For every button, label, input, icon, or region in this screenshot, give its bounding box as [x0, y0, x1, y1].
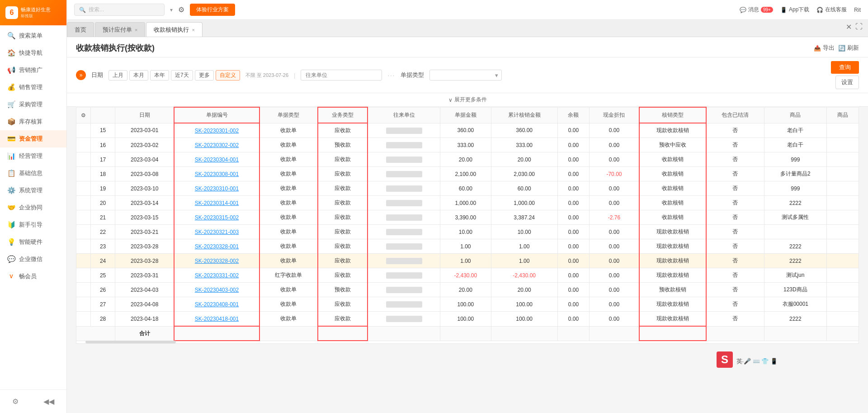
sidebar-item-hardware[interactable]: 💡 智能硬件 — [0, 233, 66, 251]
th-date[interactable]: 日期 — [115, 107, 175, 123]
cell-cancel-type: 收款核销 — [639, 152, 706, 167]
th-amount[interactable]: 单据金额 — [440, 107, 491, 123]
cell-doc-no[interactable]: SK-20230418-001 — [174, 312, 259, 327]
collapse-btn[interactable]: ◀◀ — [40, 394, 58, 409]
tab-expand-btn[interactable]: ⛶ — [855, 23, 863, 31]
msg-item[interactable]: 💬 消息 99+ — [740, 6, 773, 14]
footer-settled — [706, 326, 764, 341]
filter-custom-date[interactable]: 自定义 — [216, 70, 240, 81]
cell-doc-type: 收款单 — [259, 254, 318, 268]
cell-checkbox — [76, 152, 91, 167]
table-row: 152023-03-01SK-20230301-002收款单应收款360.003… — [76, 123, 859, 138]
filter-7days[interactable]: 近7天 — [171, 70, 193, 81]
th-goods[interactable]: 商品 — [764, 107, 826, 123]
horizontal-scrollbar[interactable] — [76, 341, 859, 344]
filter-this-month[interactable]: 本月 — [129, 70, 148, 81]
filter-last-month[interactable]: 上月 — [108, 70, 127, 81]
cell-checkbox — [76, 239, 91, 254]
cell-cancel-type: 收款核销 — [639, 210, 706, 225]
sidebar-item-member[interactable]: V 畅会员 — [0, 268, 66, 285]
filter-more-date[interactable]: 更多 — [195, 70, 214, 81]
filter-toggle-btn[interactable]: » — [76, 70, 86, 80]
tab-prepay[interactable]: 预计应付单 × — [95, 22, 145, 37]
sidebar-item-enterprise[interactable]: 🤝 企业协同 — [0, 199, 66, 216]
th-balance[interactable]: 余额 — [557, 107, 590, 123]
th-doc-no[interactable]: 单据编号 — [174, 107, 259, 123]
query-btn[interactable]: 查询 — [831, 61, 859, 74]
page-header-actions: 📤 导出 🔄 刷新 — [814, 44, 859, 52]
cell-biz-type: 应收款 — [318, 297, 368, 312]
service-item[interactable]: 🎧 在线客服 — [816, 6, 847, 14]
cell-doc-no[interactable]: SK-20230328-001 — [174, 239, 259, 254]
th-doc-type[interactable]: 单据类型 — [259, 107, 318, 123]
sidebar-item-guide[interactable]: 🔰 新手引导 — [0, 216, 66, 233]
cell-goods: 老白干 — [764, 138, 826, 152]
sidebar-item-purchase[interactable]: 🛒 采购管理 — [0, 96, 66, 113]
user-area[interactable]: Rit — [854, 7, 861, 13]
tab-collection[interactable]: 收款核销执行 × — [146, 22, 202, 37]
cell-doc-no[interactable]: SK-20230321-003 — [174, 225, 259, 239]
export-btn[interactable]: 📤 导出 — [814, 44, 835, 52]
cell-goods: 2222 — [764, 196, 826, 210]
topbar-dropdown-arrow[interactable]: ▾ — [170, 7, 173, 13]
th-counterpart[interactable]: 往来单位 — [368, 107, 440, 123]
filter-this-year[interactable]: 本年 — [150, 70, 169, 81]
solution-btn[interactable]: 体验行业方案 — [190, 4, 235, 16]
topbar-search[interactable]: 🔍 搜索... — [74, 4, 165, 16]
th-accumulated[interactable]: 累计核销金额 — [491, 107, 557, 123]
th-biz-type[interactable]: 业务类型 — [318, 107, 368, 123]
filter-doctype-select[interactable] — [429, 70, 502, 81]
sidebar-item-basic[interactable]: 📋 基础信息 — [0, 165, 66, 182]
cell-date: 2023-03-31 — [115, 268, 175, 283]
th-cancel-type[interactable]: 核销类型 — [639, 107, 706, 123]
counterpart-input[interactable] — [301, 70, 382, 81]
cell-amount: 60.00 — [440, 181, 491, 196]
cell-doc-no[interactable]: SK-20230310-001 — [174, 181, 259, 196]
cell-checkbox — [76, 210, 91, 225]
sidebar-label-operations: 经营管理 — [19, 152, 42, 160]
cell-doc-no[interactable]: SK-20230314-001 — [174, 196, 259, 210]
th-settings[interactable]: ⚙ — [76, 107, 91, 123]
cell-doc-no[interactable]: SK-20230315-002 — [174, 210, 259, 225]
th-cash-discount[interactable]: 现金折扣 — [590, 107, 639, 123]
topbar-gear-icon[interactable]: ⚙ — [178, 5, 184, 14]
cell-doc-no[interactable]: SK-20230304-001 — [174, 152, 259, 167]
cell-doc-no[interactable]: SK-20230301-002 — [174, 123, 259, 138]
tab-home[interactable]: 首页 — [67, 22, 94, 37]
sidebar-item-marketing[interactable]: 📢 营销推广 — [0, 62, 66, 79]
cell-goods-img — [826, 225, 859, 239]
cell-accumulated: -2,430.00 — [491, 268, 557, 283]
sidebar-item-quick[interactable]: 🏠 快捷导航 — [0, 44, 66, 62]
sidebar-item-search[interactable]: 🔍 搜索菜单 — [0, 27, 66, 44]
cell-doc-no[interactable]: SK-20230408-001 — [174, 297, 259, 312]
cell-doc-no[interactable]: SK-20230302-002 — [174, 138, 259, 152]
tab-prepay-close[interactable]: × — [135, 27, 137, 33]
cell-counterpart — [368, 268, 440, 283]
settings-btn[interactable]: 设置 — [835, 76, 859, 89]
app-label: App下载 — [789, 6, 809, 14]
tab-close-btn[interactable]: ✕ — [846, 23, 852, 31]
app-download-item[interactable]: 📱 App下载 — [780, 6, 809, 14]
sidebar-item-sales[interactable]: 💰 销售管理 — [0, 79, 66, 96]
cell-doc-no[interactable]: SK-20230331-002 — [174, 268, 259, 283]
settings-bottom-btn[interactable]: ⚙ — [9, 394, 22, 409]
tab-collection-close[interactable]: × — [192, 27, 194, 33]
table-row: 202023-03-14SK-20230314-001收款单应收款1,000.0… — [76, 196, 859, 210]
blurred-counterpart — [386, 200, 422, 206]
sidebar-item-system[interactable]: ⚙️ 系统管理 — [0, 182, 66, 199]
page-content: 收款核销执行(按收款) 📤 导出 🔄 刷新 » 日期 上月 — [67, 37, 868, 413]
sidebar-item-inventory[interactable]: 📦 库存核算 — [0, 113, 66, 130]
expand-filter-btn[interactable]: ∨ 展开更多条件 — [448, 96, 487, 104]
cell-balance: 0.00 — [557, 167, 590, 181]
sidebar-item-finance[interactable]: 💳 资金管理 — [0, 130, 66, 147]
cell-date: 2023-03-02 — [115, 138, 175, 152]
cell-doc-no[interactable]: SK-20230328-002 — [174, 254, 259, 268]
scroll-thumb[interactable] — [85, 341, 176, 343]
th-include-settled[interactable]: 包含已结清 — [706, 107, 764, 123]
sidebar-item-operations[interactable]: 📊 经营管理 — [0, 147, 66, 165]
sidebar-item-wechat[interactable]: 💬 企业微信 — [0, 251, 66, 268]
cell-doc-no[interactable]: SK-20230308-001 — [174, 167, 259, 181]
refresh-btn[interactable]: 🔄 刷新 — [838, 44, 859, 52]
cell-doc-no[interactable]: SK-20230403-002 — [174, 283, 259, 297]
th-goods2[interactable]: 商品 — [826, 107, 859, 123]
